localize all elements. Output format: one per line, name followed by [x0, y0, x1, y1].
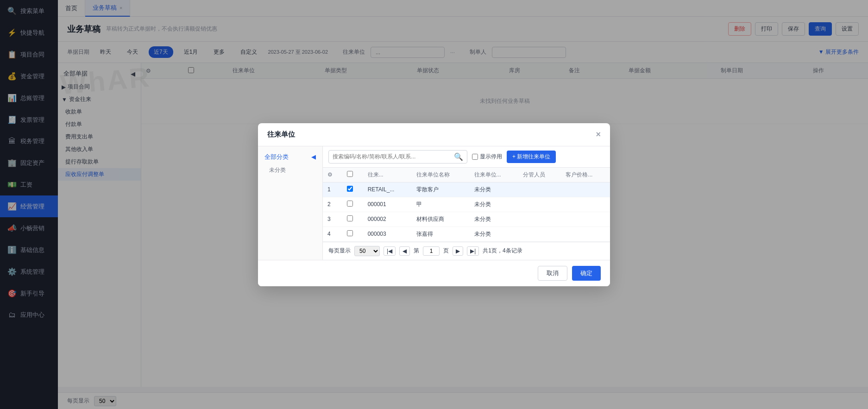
- search-icon: 🔍: [454, 152, 463, 161]
- add-unit-button[interactable]: + 新增往来单位: [507, 151, 556, 163]
- row-code: 000002: [363, 212, 412, 227]
- table-row[interactable]: 4 000003 张嘉得 未分类: [323, 227, 610, 241]
- dialog-table: ⚙ 往来... 往来单位名称 往来单位... 分管人员 客户价格...: [323, 168, 610, 242]
- dialog-table-header: ⚙ 往来... 往来单位名称 往来单位... 分管人员 客户价格...: [323, 168, 610, 182]
- row-name: 零散客户: [412, 182, 470, 197]
- table-row[interactable]: 2 000001 甲 未分类: [323, 197, 610, 212]
- dialog-overlay: 往来单位 × 全部分类 ◀ 未分类 🔍: [0, 0, 868, 409]
- row-manager: [518, 227, 561, 241]
- page-word: 第: [414, 247, 419, 255]
- first-page-button[interactable]: |◀: [384, 246, 396, 256]
- dialog-right-panel: 🔍 显示停用 + 新增往来单位 ⚙: [323, 146, 610, 260]
- row-price: [561, 197, 610, 212]
- dialog-actions: 取消 确定: [258, 260, 610, 286]
- row-price: [561, 212, 610, 227]
- last-page-button[interactable]: ▶|: [467, 246, 479, 256]
- dialog-left-panel: 全部分类 ◀ 未分类: [258, 146, 323, 260]
- per-page-label: 每页显示: [328, 247, 351, 255]
- show-disabled-checkbox[interactable]: [472, 154, 478, 160]
- row-checkbox[interactable]: [342, 197, 363, 212]
- dialog-table-wrapper: ⚙ 往来... 往来单位名称 往来单位... 分管人员 客户价格...: [323, 168, 610, 242]
- dialog-toolbar: 🔍 显示停用 + 新增往来单位: [323, 146, 610, 168]
- table-row[interactable]: 3 000002 材料供应商 未分类: [323, 212, 610, 227]
- row-price: [561, 227, 610, 241]
- dialog-all-category[interactable]: 全部分类 ◀: [258, 150, 322, 164]
- dlg-col-price: 客户价格...: [561, 168, 610, 182]
- dialog-header: 往来单位 ×: [258, 123, 610, 146]
- dlg-col-code: 往来...: [363, 168, 412, 182]
- row-num: 3: [323, 212, 342, 227]
- row-checkbox[interactable]: [342, 182, 363, 197]
- next-page-button[interactable]: ▶: [453, 246, 463, 256]
- page-label: 页: [443, 247, 449, 255]
- row-manager: [518, 182, 561, 197]
- dialog-body: 全部分类 ◀ 未分类 🔍 显示停用 + 新增往来单位: [258, 146, 610, 260]
- row-code: RETAIL_...: [363, 182, 412, 197]
- dialog-title: 往来单位: [267, 130, 295, 139]
- dialog-left-collapse-icon[interactable]: ◀: [311, 153, 316, 160]
- table-row[interactable]: 1 RETAIL_... 零散客户 未分类: [323, 182, 610, 197]
- row-name: 材料供应商: [412, 212, 470, 227]
- per-page-select[interactable]: 50 100 200: [354, 246, 380, 256]
- dialog-close-button[interactable]: ×: [596, 130, 601, 139]
- dialog-category-unclassified[interactable]: 未分类: [258, 164, 322, 176]
- row-checkbox[interactable]: [342, 212, 363, 227]
- dialog-pagination: 每页显示 50 100 200 |◀ ◀ 第 页 ▶ ▶| 共1页，4条记录: [323, 242, 610, 260]
- row-category: 未分类: [470, 212, 519, 227]
- dlg-col-manager: 分管人员: [518, 168, 561, 182]
- dlg-select-all[interactable]: [347, 171, 353, 177]
- row-num: 4: [323, 227, 342, 241]
- row-category: 未分类: [470, 182, 519, 197]
- show-disabled-label[interactable]: 显示停用: [472, 153, 502, 161]
- row-code: 000001: [363, 197, 412, 212]
- cancel-button[interactable]: 取消: [538, 266, 567, 281]
- prev-page-button[interactable]: ◀: [399, 246, 410, 256]
- row-category: 未分类: [470, 227, 519, 241]
- row-category: 未分类: [470, 197, 519, 212]
- unit-dialog: 往来单位 × 全部分类 ◀ 未分类 🔍: [258, 123, 610, 286]
- row-manager: [518, 212, 561, 227]
- row-manager: [518, 197, 561, 212]
- dlg-col-category: 往来单位...: [470, 168, 519, 182]
- row-code: 000003: [363, 227, 412, 241]
- row-num: 2: [323, 197, 342, 212]
- dlg-col-checkbox[interactable]: [342, 168, 363, 182]
- row-name: 张嘉得: [412, 227, 470, 241]
- row-settings: 1: [323, 182, 342, 197]
- row-price: [561, 182, 610, 197]
- dlg-col-name: 往来单位名称: [412, 168, 470, 182]
- row-checkbox[interactable]: [342, 227, 363, 241]
- row-name: 甲: [412, 197, 470, 212]
- dialog-search-input[interactable]: [333, 153, 451, 160]
- show-disabled-text: 显示停用: [480, 153, 502, 161]
- confirm-button[interactable]: 确定: [572, 266, 601, 281]
- page-number-input[interactable]: [423, 246, 440, 256]
- dlg-col-settings[interactable]: ⚙: [323, 168, 342, 182]
- total-label: 共1页，4条记录: [483, 247, 522, 255]
- dialog-search-box[interactable]: 🔍: [328, 150, 467, 164]
- all-category-label: 全部分类: [264, 153, 289, 161]
